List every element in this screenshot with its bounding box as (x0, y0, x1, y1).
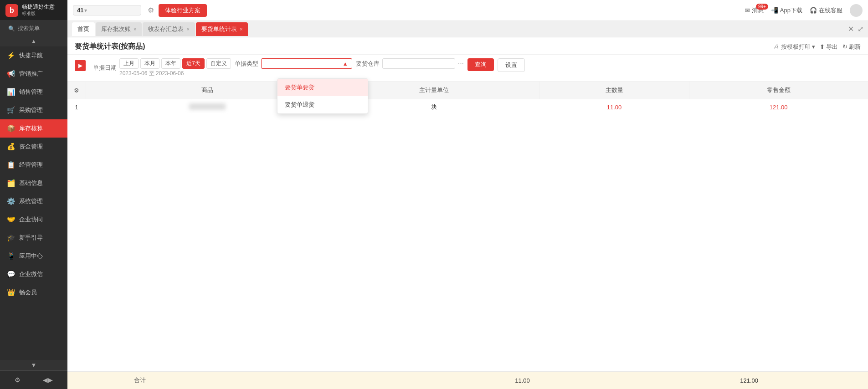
sidebar-item-sales[interactable]: 📊 销售管理 (0, 83, 67, 101)
date-label: 单据日期 (93, 64, 117, 72)
date-btn-thisyear[interactable]: 本年 (161, 58, 180, 69)
app-download-label: App下载 (780, 6, 802, 15)
date-btn-7days[interactable]: 近7天 (182, 58, 205, 69)
sidebar-item-purchase[interactable]: 🛒 采购管理 (0, 101, 67, 119)
sidebar-item-basic[interactable]: 🗂️ 基础信息 (0, 174, 67, 192)
query-button[interactable]: 查询 (467, 58, 494, 71)
date-btn-custom[interactable]: 自定义 (206, 58, 231, 69)
more-filters-icon[interactable]: ··· (458, 60, 464, 68)
sidebar-item-inventory[interactable]: 📦 库存核算 (0, 119, 67, 138)
refresh-btn[interactable]: ↻ 刷新 (842, 43, 861, 51)
tab-orderstat-close[interactable]: × (240, 26, 242, 32)
sidebar: b 畅捷通好生意 标准版 🔍 搜索菜单 ▲ ⚡ 快捷导航 📢 营销推广 📊 销售… (0, 0, 67, 389)
cell-qty[interactable]: 11.00 (539, 99, 689, 115)
sidebar-item-label: 企业微信 (19, 270, 43, 278)
filter-expand-btn[interactable]: ▶ (75, 60, 86, 71)
message-btn[interactable]: ✉ 消息 99+ (745, 6, 764, 15)
dropdown-option-yh-return[interactable]: 要货单退货 (277, 96, 368, 113)
tabbar: 首页 库存批次账 × 收发存汇总表 × 要货单统计表 × ✕ ⤢ (67, 21, 868, 37)
tab-recvsum[interactable]: 收发存汇总表 × (143, 22, 195, 36)
tab-batch[interactable]: 库存批次账 × (96, 22, 142, 36)
tab-home[interactable]: 首页 (72, 22, 95, 36)
date-buttons: 上月 本月 本年 近7天 自定义 (119, 58, 231, 69)
tab-orderstat[interactable]: 要货单统计表 × (196, 22, 248, 36)
purchase-icon: 🛒 (6, 106, 15, 115)
table-header-row: ⚙ 商品 主计量单位 主数量 零售金额 (67, 82, 868, 99)
sidebar-item-label: 企业协同 (19, 215, 43, 224)
message-badge: 99+ (756, 4, 768, 10)
date-range-display: 2023-05-06 至 2023-06-06 (119, 70, 231, 77)
data-table: ⚙ 商品 主计量单位 主数量 零售金额 1 块 11.00 (67, 82, 868, 115)
sidebar-item-system[interactable]: ⚙️ 系统管理 (0, 192, 67, 210)
table-wrapper: ⚙ 商品 主计量单位 主数量 零售金额 1 块 11.00 (67, 82, 868, 371)
sidebar-item-marketing[interactable]: 📢 营销推广 (0, 65, 67, 83)
enterprise-icon: 🤝 (6, 215, 15, 224)
scroll-down-btn[interactable]: ▼ (0, 360, 67, 370)
online-service-btn[interactable]: 🎧 在线客服 (810, 6, 842, 15)
cell-amount[interactable]: 121.00 (689, 99, 868, 115)
type-dropdown-popup: 要货单要货 要货单退货 (277, 78, 368, 114)
wechat-icon: 💬 (6, 270, 15, 279)
sidebar-item-label: 营销推广 (19, 70, 43, 78)
sidebar-search[interactable]: 🔍 搜索菜单 (0, 21, 67, 36)
sidebar-item-quicknav[interactable]: ⚡ 快捷导航 (0, 46, 67, 65)
search-label: 搜索菜单 (18, 25, 40, 32)
dropdown-option-yh-order[interactable]: 要货单要货 (277, 79, 368, 96)
topbar-count: 41 (77, 7, 83, 14)
refresh-icon: ↻ (842, 43, 847, 50)
headset-icon: 🎧 (810, 7, 817, 14)
basic-icon: 🗂️ (6, 179, 15, 188)
export-btn[interactable]: ⬆ 导出 (820, 43, 838, 51)
app-subtitle: 标准版 (22, 10, 55, 17)
table-body: 1 块 11.00 121.00 (67, 99, 868, 115)
tab-orderstat-label: 要货单统计表 (201, 25, 237, 33)
date-btn-thismonth[interactable]: 本月 (140, 58, 159, 69)
th-settings[interactable]: ⚙ (67, 82, 86, 99)
sidebar-item-member[interactable]: 👑 畅会员 (0, 283, 67, 302)
trial-btn[interactable]: 体验行业方案 (159, 4, 207, 17)
page-header-actions: 🖨 按模板打印 ▾ ⬆ 导出 ↻ 刷新 (774, 43, 861, 51)
expand-icon[interactable]: ▾ (84, 7, 87, 14)
sidebar-item-wechat[interactable]: 💬 企业微信 (0, 265, 67, 283)
app-download-btn[interactable]: 📲 App下载 (771, 6, 802, 15)
sidebar-item-label: 经营管理 (19, 161, 43, 169)
page-header: 要货单统计表(按商品) 🖨 按模板打印 ▾ ⬆ 导出 ↻ 刷新 (67, 37, 868, 55)
inventory-icon: 📦 (6, 124, 15, 133)
tabbar-actions: ✕ ⤢ (848, 25, 863, 33)
app-title: 畅捷通好生意 (22, 4, 55, 11)
scroll-up-btn[interactable]: ▲ (0, 36, 67, 46)
date-filter: 单据日期 上月 本月 本年 近7天 自定义 2023-05-06 至 2023-… (93, 58, 231, 77)
settings-bottom-btn[interactable]: ⚙ (13, 374, 22, 385)
quicknav-icon: ⚡ (6, 51, 15, 60)
topbar-gear-icon[interactable]: ⚙ (148, 6, 154, 15)
logo-icon: b (5, 4, 18, 17)
close-all-btn[interactable]: ✕ (848, 25, 854, 33)
avatar[interactable] (850, 4, 863, 17)
page-title: 要货单统计表(按商品) (75, 42, 145, 51)
settings-filter-button[interactable]: 设置 (498, 58, 525, 72)
filter-bar: ▶ 单据日期 上月 本月 本年 近7天 自定义 2023-05-06 至 202… (67, 55, 868, 82)
main-area: 41 ▾ ⚙ 体验行业方案 ✉ 消息 99+ 📲 App下载 🎧 在线客服 首页 (67, 0, 868, 389)
sidebar-item-enterprise[interactable]: 🤝 企业协同 (0, 210, 67, 229)
date-btn-lastmonth[interactable]: 上月 (119, 58, 139, 69)
th-amount: 零售金额 (689, 82, 868, 99)
footer-total-label: 合计 (134, 377, 146, 384)
refresh-label: 刷新 (849, 43, 861, 51)
sidebar-item-label: 基础信息 (19, 179, 43, 187)
sidebar-item-appcenter[interactable]: 📱 应用中心 (0, 247, 67, 265)
collapse-btn[interactable]: ◀▶ (41, 374, 55, 385)
sidebar-item-finance[interactable]: 💰 资金管理 (0, 138, 67, 156)
sidebar-item-label: 资金管理 (19, 143, 43, 151)
expand-tabs-btn[interactable]: ⤢ (858, 25, 863, 33)
cell-num: 1 (67, 99, 86, 115)
sidebar-item-operation[interactable]: 📋 经营管理 (0, 156, 67, 174)
tab-recvsum-close[interactable]: × (186, 26, 189, 32)
sidebar-item-newbie[interactable]: 🎓 新手引导 (0, 229, 67, 247)
tab-batch-close[interactable]: × (134, 26, 136, 32)
print-btn[interactable]: 🖨 按模板打印 ▾ (774, 43, 815, 51)
warehouse-dropdown[interactable] (382, 58, 455, 69)
type-dropdown[interactable]: ▲ (261, 58, 352, 69)
footer-label: 合计 (73, 376, 182, 384)
sidebar-bottom: ⚙ ◀▶ (0, 370, 67, 389)
system-icon: ⚙️ (6, 197, 15, 206)
